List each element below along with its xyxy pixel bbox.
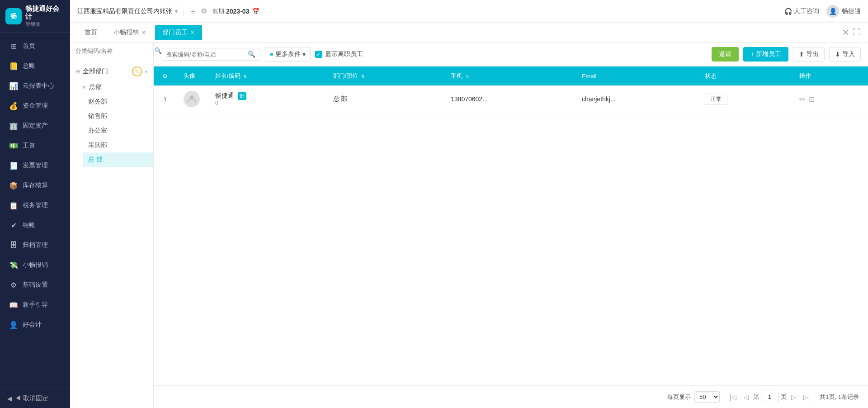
show-resigned-checkbox[interactable]: ✓ bbox=[315, 51, 322, 58]
sidebar-nav: ⊞ 首页 📒 总账 📊 云报表中心 💰 资金管理 🏢 固定资产 💵 工资 🧾 发… bbox=[0, 33, 70, 389]
sidebar-item-capital[interactable]: 💰 资金管理 bbox=[0, 96, 70, 116]
dept-collapse-btn[interactable]: « bbox=[145, 68, 148, 75]
ledger-icon: 📒 bbox=[9, 62, 18, 71]
settings-btn[interactable]: ⚙ bbox=[201, 7, 207, 15]
close-all-tabs-btn[interactable]: ✕ bbox=[842, 28, 849, 38]
sidebar-label-reports: 云报表中心 bbox=[23, 82, 54, 90]
employees-table-element: ⚙ 头像 姓名/编码 ⇅ 部门/职位 ⇅ 手机 ⇅ Email 状态 操作 1 bbox=[154, 66, 868, 113]
tabbar-right: ✕ ⛶ bbox=[842, 28, 861, 38]
tab-expense[interactable]: 小畅报销 ✕ bbox=[106, 25, 153, 40]
topbar-divider bbox=[183, 7, 184, 16]
dept-office-label: 办公室 bbox=[88, 127, 107, 135]
employee-dept-badge: 部 bbox=[238, 92, 246, 100]
employee-search-icon[interactable]: 🔍 bbox=[248, 51, 255, 58]
dept-head-parent[interactable]: ▼ 总部 bbox=[75, 80, 153, 95]
dept-search-input[interactable] bbox=[75, 47, 151, 54]
export-btn[interactable]: ⬆ 导出 bbox=[793, 47, 825, 62]
sidebar-item-home[interactable]: ⊞ 首页 bbox=[0, 36, 70, 56]
th-email: Email bbox=[575, 66, 698, 85]
tab-home[interactable]: 首页 bbox=[77, 25, 104, 40]
sidebar-item-archive[interactable]: 🗄 归档管理 bbox=[0, 235, 70, 255]
filter-btn[interactable]: ≡ 更多条件 ▾ bbox=[265, 47, 311, 62]
last-page-btn[interactable]: ▷| bbox=[801, 392, 813, 402]
tab-employees-close[interactable]: ✕ bbox=[190, 29, 195, 36]
dept-purchase[interactable]: 采购部 bbox=[83, 138, 153, 152]
company-selector[interactable]: 江西服宝精品有限责任公司内账张 ▾ bbox=[77, 7, 178, 15]
sidebar-label-archive: 归档管理 bbox=[23, 241, 48, 249]
edit-employee-btn[interactable]: ✏ bbox=[799, 95, 805, 104]
dept-sales[interactable]: 销售部 bbox=[83, 109, 153, 123]
home-icon: ⊞ bbox=[9, 42, 18, 51]
sidebar-label-home: 首页 bbox=[23, 42, 35, 50]
more-employee-btn[interactable]: ⊡ bbox=[809, 95, 815, 104]
page-number-input[interactable] bbox=[761, 392, 779, 402]
sidebar-item-closing[interactable]: ✔ 结账 bbox=[0, 215, 70, 235]
th-settings[interactable]: ⚙ bbox=[154, 66, 176, 85]
sidebar-item-account[interactable]: 👤 好会计 bbox=[0, 315, 70, 335]
sidebar-item-ledger[interactable]: 📒 总账 bbox=[0, 56, 70, 76]
sidebar-label-account: 好会计 bbox=[23, 321, 42, 329]
sidebar-item-inventory[interactable]: 📦 库存核算 bbox=[0, 176, 70, 195]
tab-expense-close[interactable]: ✕ bbox=[142, 29, 146, 36]
user-avatar: 👤 bbox=[826, 5, 839, 18]
dept-edit-icon[interactable]: ✎ bbox=[132, 66, 142, 76]
import-btn[interactable]: ⬇ 导入 bbox=[829, 47, 861, 62]
fixed-assets-icon: 🏢 bbox=[9, 121, 18, 130]
dept-head-expand-icon: ▼ bbox=[81, 84, 87, 91]
sidebar-item-onboarding[interactable]: 📖 新手引导 bbox=[0, 295, 70, 315]
dept-tree: ⊞ 全部部门 ✎ « ▼ 总部 财务部 bbox=[70, 59, 153, 408]
user-info[interactable]: 👤 畅捷通 bbox=[826, 5, 861, 18]
sidebar-item-payroll[interactable]: 💵 工资 bbox=[0, 136, 70, 156]
sidebar-label-expense: 小畅报销 bbox=[23, 261, 48, 269]
page-nav: |◁ ◁ 第 页 ▷ ▷| bbox=[727, 392, 812, 402]
basic-settings-icon: ⚙ bbox=[9, 280, 18, 289]
employee-status: 正常 bbox=[705, 94, 727, 105]
pin-toggle-icon: ◀ bbox=[7, 395, 12, 402]
next-page-btn[interactable]: ▷ bbox=[788, 392, 799, 402]
th-name[interactable]: 姓名/编码 ⇅ bbox=[208, 66, 326, 85]
employee-name: 畅捷通 部 bbox=[215, 92, 319, 100]
sidebar-item-fixed-assets[interactable]: 🏢 固定资产 bbox=[0, 116, 70, 136]
tabbar: 首页 小畅报销 ✕ 部门员工 ✕ ✕ ⛶ bbox=[70, 23, 868, 43]
logo-title: 畅捷通好会计 bbox=[25, 5, 65, 21]
invite-btn[interactable]: 邀请 bbox=[712, 47, 739, 62]
sidebar-item-expense[interactable]: 💸 小畅报销 bbox=[0, 255, 70, 275]
add-company-btn[interactable]: ＋ bbox=[189, 6, 197, 17]
pin-toggle-btn[interactable]: ◀ ◀ 取消固定 bbox=[0, 389, 70, 408]
sidebar-label-closing: 结账 bbox=[23, 221, 35, 229]
sidebar-item-basic-settings[interactable]: ⚙ 基础设置 bbox=[0, 275, 70, 295]
dept-search-area: 🔍 bbox=[70, 43, 153, 59]
row-name-cell: 畅捷通 部 0 bbox=[208, 85, 326, 113]
sidebar-item-invoice[interactable]: 🧾 发票管理 bbox=[0, 156, 70, 176]
filter-label: 更多条件 bbox=[275, 50, 301, 58]
logo-text-area: 畅捷通好会计 旗舰版 bbox=[25, 5, 65, 28]
row-index: 1 bbox=[154, 85, 176, 113]
employee-search-input[interactable] bbox=[166, 51, 245, 58]
sidebar-item-reports[interactable]: 📊 云报表中心 bbox=[0, 76, 70, 96]
import-icon: ⬇ bbox=[835, 51, 840, 58]
page-text: 第 bbox=[753, 393, 759, 401]
first-page-btn[interactable]: |◁ bbox=[727, 392, 739, 402]
all-dept-item[interactable]: ⊞ 全部部门 ✎ « bbox=[70, 63, 153, 80]
expand-tabs-btn[interactable]: ⛶ bbox=[853, 28, 861, 38]
sidebar-label-fixed-assets: 固定资产 bbox=[23, 122, 48, 130]
add-employee-btn[interactable]: + 新增员工 bbox=[743, 47, 788, 62]
tab-employees[interactable]: 部门员工 ✕ bbox=[155, 25, 202, 40]
period-calendar-icon[interactable]: 📅 bbox=[252, 8, 259, 15]
sidebar-item-tax[interactable]: 📋 税务管理 bbox=[0, 195, 70, 215]
tab-home-label: 首页 bbox=[85, 28, 97, 37]
dept-general[interactable]: 总 部 bbox=[83, 152, 153, 167]
service-btn[interactable]: 🎧 人工咨询 bbox=[784, 7, 819, 15]
sidebar: 畅 畅捷通好会计 旗舰版 ⊞ 首页 📒 总账 📊 云报表中心 💰 资金管理 🏢 … bbox=[0, 0, 70, 408]
dept-finance[interactable]: 财务部 bbox=[83, 95, 153, 109]
th-phone[interactable]: 手机 ⇅ bbox=[443, 66, 575, 85]
dept-office[interactable]: 办公室 bbox=[83, 123, 153, 138]
company-dropdown-icon: ▾ bbox=[175, 8, 178, 14]
filter-icon: ≡ bbox=[270, 51, 274, 58]
show-resigned-toggle[interactable]: ✓ 显示离职员工 bbox=[315, 50, 363, 58]
page-size-select[interactable]: 10 20 50 100 bbox=[694, 391, 720, 403]
th-dept[interactable]: 部门/职位 ⇅ bbox=[326, 66, 444, 85]
dept-sub-children: 财务部 销售部 办公室 采购部 总 部 bbox=[75, 95, 153, 167]
reports-icon: 📊 bbox=[9, 81, 18, 90]
prev-page-btn[interactable]: ◁ bbox=[741, 392, 751, 402]
